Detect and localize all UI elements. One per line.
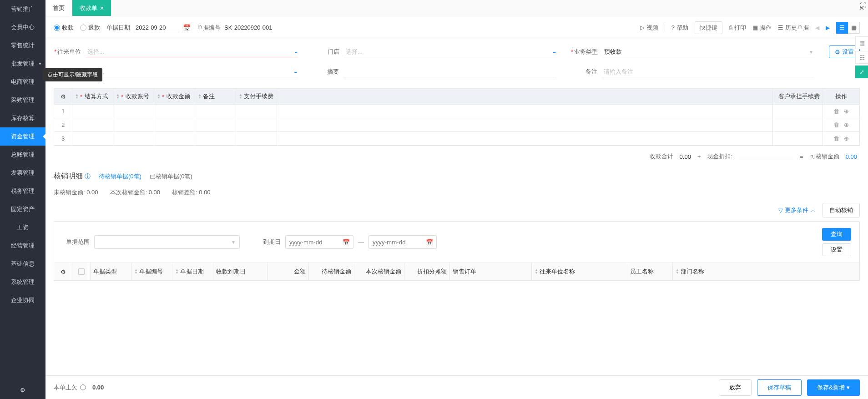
sidebar-settings-icon[interactable]: ⚙ [0, 381, 45, 399]
remark-input[interactable] [602, 66, 814, 77]
print-button[interactable]: ⎙打印 [729, 24, 746, 32]
save-draft-button[interactable]: 保存草稿 [757, 379, 802, 396]
hidden-input[interactable] [86, 66, 298, 77]
tab-home[interactable]: 首页 [45, 0, 72, 16]
doc-range-select[interactable]: ▼ [94, 235, 240, 249]
rail-btn-1[interactable]: ▦ [855, 36, 868, 49]
dcol-type[interactable]: 单据类型 [91, 263, 131, 280]
delete-icon[interactable]: 🗑 [833, 108, 839, 115]
add-row-icon[interactable]: ⊕ [844, 108, 849, 115]
col-amount[interactable]: ▲▼*收款金额 [154, 89, 195, 104]
calendar-icon[interactable]: 📅 [183, 24, 191, 31]
sidebar-item-retail-stats[interactable]: 零售统计 [0, 36, 45, 55]
doc-no-field: 单据编号 SK-20220920-001 [197, 24, 273, 32]
shop-input[interactable] [344, 46, 557, 57]
dcol-amount[interactable]: 金额 [268, 263, 309, 280]
prev-doc-icon[interactable]: ◀ [815, 25, 819, 31]
discard-button[interactable]: 放弃 [719, 379, 752, 396]
next-doc-icon[interactable]: ▶ [826, 25, 830, 31]
grid-row[interactable]: 1 🗑⊕ [54, 105, 859, 118]
dcol-dept[interactable]: ▲▼部门名称 [673, 263, 859, 280]
sidebar-item-purchase[interactable]: 采购管理 [0, 91, 45, 109]
partner-input[interactable] [86, 46, 298, 57]
delete-icon[interactable]: 🗑 [833, 135, 839, 142]
sidebar-item-collab[interactable]: 企业协同 [0, 291, 45, 309]
grid-row[interactable]: 3 🗑⊕ [54, 132, 859, 146]
sidebar-item-fixed-assets[interactable]: 固定资产 [0, 200, 45, 218]
delete-icon[interactable]: 🗑 [833, 121, 839, 128]
dcol-disc[interactable]: 折扣分摊额 [404, 263, 450, 280]
sidebar-item-inventory[interactable]: 库存核算 [0, 109, 45, 127]
detail-gear-icon[interactable]: ⚙ [54, 263, 72, 280]
tab-close-icon[interactable]: × [100, 5, 104, 12]
grid-row[interactable]: 2 🗑⊕ [54, 118, 859, 132]
grid-icon: ▦ [752, 24, 758, 31]
sidebar-item-business[interactable]: 经营管理 [0, 237, 45, 255]
sidebar-item-funds[interactable]: 资金管理 [0, 127, 45, 146]
sidebar-item-system[interactable]: 系统管理 [0, 273, 45, 291]
add-row-icon[interactable]: ⊕ [844, 135, 849, 142]
sidebar-item-ledger[interactable]: 总账管理 [0, 146, 45, 164]
tab-receipt[interactable]: 收款单 × [72, 0, 111, 16]
cash-discount-input[interactable] [739, 153, 793, 160]
writeoff-tab-pending[interactable]: 待核销单据(0笔) [99, 172, 141, 181]
col-remark[interactable]: ▲▼备注 [195, 89, 236, 104]
rail-btn-expand[interactable]: ⤢ [855, 66, 868, 78]
filter-settings-button[interactable]: 设置 [822, 243, 851, 256]
sidebar-item-salary[interactable]: 工资 [0, 218, 45, 237]
help-button[interactable]: ?帮助 [671, 24, 688, 32]
col-method[interactable]: ▲▼*结算方式 [72, 89, 113, 104]
radio-receive[interactable]: 收款 [54, 24, 74, 32]
sidebar-item-basic-info[interactable]: 基础信息 [0, 255, 45, 273]
doc-date-input[interactable]: 2022-09-20 [134, 23, 179, 32]
more-icon[interactable]: ··· [553, 49, 555, 56]
rail-btn-2[interactable]: ☷ [855, 51, 868, 64]
sidebar-item-tax[interactable]: 税务管理 [0, 182, 45, 200]
info-icon[interactable]: ⓘ [80, 384, 86, 392]
dcol-no[interactable]: ▲▼单据编号 [131, 263, 172, 280]
view-card-icon[interactable]: ▦ [848, 22, 860, 34]
query-button[interactable]: 查询 [822, 228, 851, 241]
filter-box: 单据范围 ▼ 到期日 📅 — 📅 查询 设置 [54, 221, 860, 263]
writeoff-tab-done[interactable]: 已核销单据(0笔) [150, 172, 192, 181]
operate-button[interactable]: ▦操作 [752, 24, 772, 32]
sidebar-item-member[interactable]: 会员中心 [0, 18, 45, 36]
col-account[interactable]: ▲▼*收款账号 [113, 89, 154, 104]
calendar-icon[interactable]: 📅 [426, 239, 433, 246]
dcol-pending[interactable]: 待核销金额 [309, 263, 354, 280]
video-button[interactable]: ▷视频 [640, 24, 658, 32]
right-rail: ▦ ☷ ⤢ [855, 36, 868, 78]
view-list-icon[interactable]: ☰ [836, 22, 848, 34]
more-icon[interactable]: ··· [294, 49, 297, 56]
grid-gear-icon[interactable]: ⚙ [54, 89, 72, 104]
check-all[interactable] [72, 263, 91, 280]
auto-writeoff-button[interactable]: 自动核销 [823, 203, 860, 217]
sidebar-item-wholesale[interactable]: 批发管理 [0, 55, 45, 73]
fullscreen-icon[interactable]: ⛶ [860, 2, 866, 9]
shortcut-button[interactable]: 快捷键 [695, 21, 722, 34]
grid-header: ⚙ ▲▼*结算方式 ▲▼*收款账号 ▲▼*收款金额 ▲▼备注 ▲▼支付手续费 客… [54, 89, 859, 105]
history-button[interactable]: ☰历史单据 [778, 24, 809, 32]
add-row-icon[interactable]: ⊕ [844, 121, 849, 128]
save-new-button[interactable]: 保存&新增▾ [807, 379, 860, 396]
dcol-order[interactable]: 销售订单 [450, 263, 532, 280]
sidebar-item-ecommerce[interactable]: 电商管理 [0, 73, 45, 91]
more-conditions-button[interactable]: ▽更多条件︿ [778, 206, 816, 214]
col-fee[interactable]: ▲▼支付手续费 [236, 89, 277, 104]
more-icon[interactable]: ··· [294, 69, 296, 76]
radio-refund[interactable]: 退款 [80, 24, 100, 32]
dcol-this[interactable]: 本次核销金额 [354, 263, 404, 280]
chevron-down-icon[interactable]: ▼ [809, 50, 813, 55]
dcol-partner[interactable]: ▲▼往来单位名称 [532, 263, 627, 280]
dcol-due[interactable]: 收款到期日 [213, 263, 268, 280]
sidebar-item-marketing[interactable]: 营销推广 [0, 0, 45, 18]
calendar-icon[interactable]: 📅 [343, 239, 350, 246]
sidebar-item-invoice[interactable]: 发票管理 [0, 164, 45, 182]
owe-value: 0.00 [92, 384, 104, 391]
dcol-date[interactable]: ▲▼单据日期 [172, 263, 213, 280]
biztype-input[interactable] [602, 46, 815, 57]
help-icon[interactable]: ⓘ [85, 172, 91, 181]
dcol-emp[interactable]: 员工名称 [627, 263, 673, 280]
summary-input[interactable] [343, 66, 556, 77]
footer: 本单上欠 ⓘ 0.00 放弃 保存草稿 保存&新增▾ [45, 375, 868, 399]
